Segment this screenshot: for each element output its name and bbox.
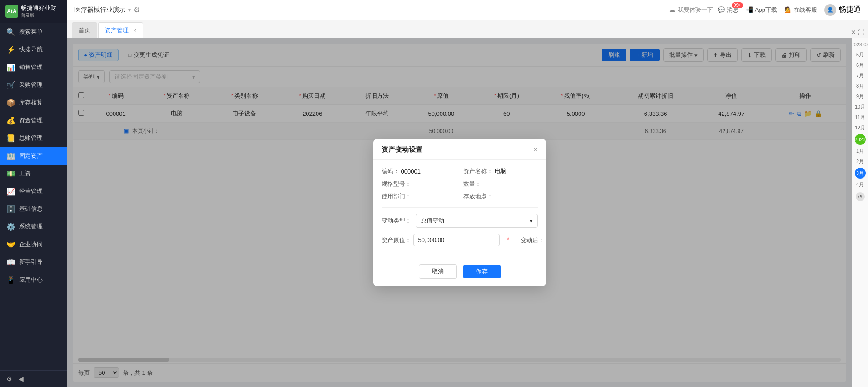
collab-icon: 🤝: [6, 240, 15, 249]
guide-icon: 📖: [6, 258, 15, 267]
code-label: 编码：: [382, 167, 399, 175]
sidebar-item-ledger[interactable]: 📒 总账管理: [0, 129, 67, 147]
date-month-2[interactable]: 2月: [853, 157, 868, 166]
modal-body: 编码： 000001 资产名称： 电脑 规格型号：: [373, 160, 546, 260]
date-month-12[interactable]: 12月: [853, 123, 868, 133]
user-info[interactable]: 👤 畅捷通: [824, 4, 861, 16]
sidebar-item-capital[interactable]: 💰 资金管理: [0, 112, 67, 129]
tab-expand-icon[interactable]: ⛶: [858, 29, 864, 36]
tab-close-icon[interactable]: ×: [133, 27, 136, 34]
date-month-6[interactable]: 6月: [853, 60, 868, 70]
tab-home-label: 首页: [79, 26, 90, 35]
date-month-10[interactable]: 10月: [853, 102, 868, 112]
sidebar-item-salary[interactable]: 💵 工资: [0, 165, 67, 183]
dropdown-arrow-icon[interactable]: ▾: [128, 7, 131, 13]
sidebar-item-base[interactable]: 🗄️ 基础信息: [0, 200, 67, 218]
avatar: 👤: [824, 4, 836, 16]
message-btn[interactable]: 💬 消息 99+: [718, 6, 739, 14]
modal-title: 资产变动设置: [382, 145, 422, 154]
capital-icon: 💰: [6, 116, 15, 125]
modal-info-grid: 编码： 000001 资产名称： 电脑 规格型号：: [382, 167, 538, 208]
tab-asset-mgmt[interactable]: 资产管理 ×: [98, 22, 143, 38]
right-date-panel: 2023.03 5月 6月 7月 8月 9月 10月 11月 12月 2023 …: [852, 38, 868, 387]
service-icon: 💁: [784, 6, 792, 13]
assets-icon: 🏢: [6, 152, 15, 160]
date-month-9[interactable]: 9月: [853, 92, 868, 101]
collapse-icon[interactable]: ◀: [19, 375, 24, 382]
sidebar-item-system[interactable]: ⚙️ 系统管理: [0, 218, 67, 236]
tab-home[interactable]: 首页: [72, 22, 97, 38]
sidebar-bottom: ⚙ ◀: [0, 370, 67, 387]
app-name: 畅捷通好业财: [21, 5, 56, 12]
original-value-input[interactable]: [413, 234, 500, 246]
modal-footer: 取消 保存: [373, 260, 546, 286]
sidebar-scroll: 🔍 搜索菜单 ⚡ 快捷导航 📊 销售管理 🛒 采购管理 📦 库存核算 💰 资金管…: [0, 23, 67, 370]
sidebar-item-label: 采购管理: [19, 81, 43, 89]
sidebar-item-label: 系统管理: [19, 223, 43, 231]
online-service-btn[interactable]: 💁 在线客服: [784, 6, 817, 14]
inner-content: ● 资产明细 □ 变更生成凭证 刷账 + 新增 批量操作 ▾: [67, 38, 852, 387]
change-type-select[interactable]: 原值变动 ▾: [416, 214, 538, 228]
date-month-3-current[interactable]: 3月: [855, 168, 866, 179]
sidebar-item-label: 应用中心: [19, 276, 43, 284]
sidebar-item-inventory[interactable]: 📦 库存核算: [0, 94, 67, 112]
original-value-label: 资产原值：: [382, 236, 409, 244]
sidebar-item-sales[interactable]: 📊 销售管理: [0, 59, 67, 76]
spec-label: 规格型号：: [382, 180, 411, 188]
year-label[interactable]: 2023: [855, 134, 866, 145]
sidebar-item-label: 销售管理: [19, 63, 43, 71]
topbar: 医疗器械行业演示 ▾ ⚙ ☁ 我要体验一下 💬 消息 99+ 📲 App下载 💁…: [67, 0, 868, 20]
code-value: 000001: [401, 168, 421, 175]
experience-btn[interactable]: ☁ 我要体验一下: [669, 6, 713, 14]
search-icon: 🔍: [6, 28, 15, 36]
save-button[interactable]: 保存: [463, 265, 501, 278]
modal-form: 变动类型： 原值变动 ▾ 资产原值： *: [382, 208, 538, 246]
sidebar-item-guide[interactable]: 📖 新手引导: [0, 253, 67, 271]
ops-icon: 📈: [6, 187, 15, 196]
apps-icon: 📱: [6, 276, 15, 284]
date-month-7[interactable]: 7月: [853, 71, 868, 80]
sidebar-item-label: 总账管理: [19, 134, 43, 142]
name-label: 资产名称：: [463, 167, 493, 175]
refresh-circle-icon[interactable]: ↺: [856, 192, 865, 201]
tab-close-window-icon[interactable]: ✕: [851, 29, 856, 36]
sidebar-item-search[interactable]: 🔍 搜索菜单: [0, 23, 67, 41]
date-month-5[interactable]: 5月: [853, 50, 868, 60]
date-month-1[interactable]: 1月: [853, 146, 868, 156]
modal-overlay: 资产变动设置 × 编码： 000001 资产名称：: [67, 38, 852, 387]
info-spec: 规格型号：: [382, 180, 456, 188]
content-area: ● 资产明细 □ 变更生成凭证 刷账 + 新增 批量操作 ▾: [67, 38, 868, 387]
app-logo[interactable]: AtA 畅捷通好业财 普及版: [0, 0, 67, 23]
sidebar-item-purchase[interactable]: 🛒 采购管理: [0, 76, 67, 94]
sidebar-item-label: 企业协同: [19, 240, 43, 248]
settings-bottom-icon[interactable]: ⚙: [6, 375, 12, 382]
app-download-btn[interactable]: 📲 App下载: [746, 6, 777, 14]
sidebar-item-assets[interactable]: 🏢 固定资产: [0, 147, 67, 165]
sidebar-item-label: 工资: [19, 169, 31, 178]
dept-label: 使用部门：: [382, 193, 411, 201]
required-star: *: [507, 236, 510, 244]
sidebar-item-collab[interactable]: 🤝 企业协同: [0, 236, 67, 253]
sales-icon: 📊: [6, 63, 15, 72]
sidebar-item-quicknav[interactable]: ⚡ 快捷导航: [0, 41, 67, 59]
change-type-row: 变动类型： 原值变动 ▾: [382, 214, 538, 228]
cancel-button[interactable]: 取消: [419, 264, 457, 279]
date-month-8[interactable]: 8月: [853, 81, 868, 91]
info-location: 存放地点：: [463, 193, 538, 201]
tabbar: 首页 资产管理 × ✕ ⛶: [67, 20, 868, 38]
modal-close-icon[interactable]: ×: [533, 146, 537, 154]
sidebar: AtA 畅捷通好业财 普及版 🔍 搜索菜单 ⚡ 快捷导航 📊 销售管理 🛒 采购…: [0, 0, 67, 387]
location-label: 存放地点：: [463, 193, 493, 201]
inventory-icon: 📦: [6, 99, 15, 107]
topbar-title-area: 医疗器械行业演示 ▾ ⚙: [74, 5, 665, 14]
sidebar-item-label: 基础信息: [19, 205, 43, 213]
experience-icon: ☁: [669, 6, 675, 13]
app-download-label: App下载: [755, 6, 777, 14]
date-month-4[interactable]: 4月: [853, 180, 868, 189]
date-month-11[interactable]: 11月: [853, 113, 868, 122]
sidebar-item-ops[interactable]: 📈 经营管理: [0, 183, 67, 200]
sidebar-item-apps[interactable]: 📱 应用中心: [0, 271, 67, 289]
sidebar-item-label: 固定资产: [19, 152, 43, 160]
info-dept: 使用部门：: [382, 193, 456, 201]
gear-icon[interactable]: ⚙: [134, 5, 140, 14]
